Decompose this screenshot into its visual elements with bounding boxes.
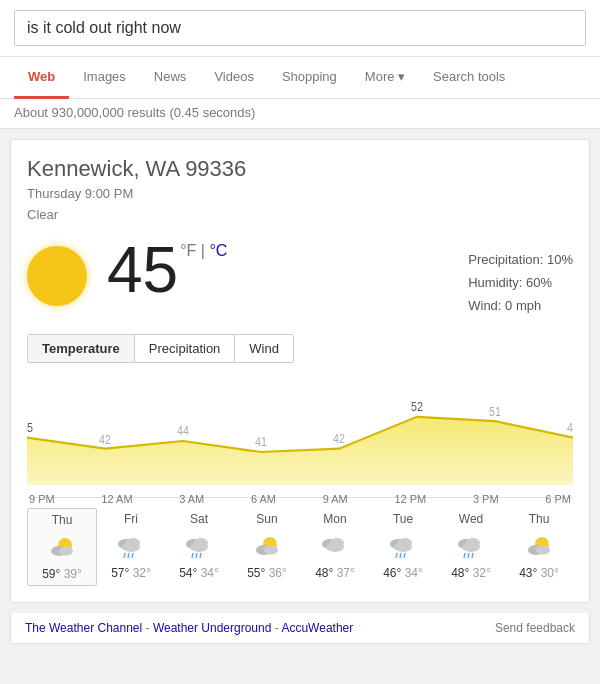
temp-block: 45 °F | °C [107,242,227,302]
forecast-day-6: Wed 48° 32° [437,508,505,586]
chart-label-6: 51 [489,405,501,418]
condition: Clear [27,207,58,222]
svg-line-26 [404,553,405,558]
location-datetime: Thursday 9:00 PM Clear [27,184,573,226]
weather-sources: The Weather Channel - Weather Undergroun… [25,621,353,635]
forecast-day-5: Tue 46° 34° [369,508,437,586]
results-count: About 930,000,000 results (0.45 seconds) [14,105,255,120]
daily-forecast: Thu 59° 39° Fri [27,497,573,586]
day-icon-0 [46,531,78,563]
chart-label-0: 45 [27,421,33,434]
svg-point-29 [462,542,480,552]
tab-more[interactable]: More ▾ [351,57,419,99]
svg-point-20 [326,542,344,552]
tab-wind[interactable]: Wind [235,335,293,362]
time-label-2: 3 AM [179,493,204,505]
svg-line-7 [128,553,129,558]
day-icon-7 [523,530,555,562]
results-info: About 930,000,000 results (0.45 seconds) [0,99,600,129]
source-accuweather[interactable]: AccuWeather [281,621,353,635]
footer-bar: The Weather Channel - Weather Undergroun… [10,613,590,644]
svg-line-12 [192,553,193,558]
svg-line-25 [400,553,401,558]
precipitation-detail: Precipitation: 10% [468,248,573,271]
search-input[interactable]: is it cold out right now [14,10,586,46]
day-label-7: Thu [507,512,571,526]
svg-point-11 [190,542,208,552]
forecast-day-3: Sun 55° 36° [233,508,301,586]
day-icon-2 [183,530,215,562]
search-query: is it cold out right now [27,19,181,37]
day-temps-5: 46° 34° [371,566,435,580]
temperature-chart: 45 42 44 41 42 52 51 45 9 PM 12 AM 3 AM … [27,375,573,485]
svg-point-5 [122,542,140,552]
time-labels: 9 PM 12 AM 3 AM 6 AM 9 AM 12 PM 3 PM 6 P… [27,493,573,505]
chart-label-4: 42 [333,432,345,445]
search-bar-container: is it cold out right now [0,0,600,57]
send-feedback[interactable]: Send feedback [495,621,575,635]
source-weather-channel[interactable]: The Weather Channel [25,621,142,635]
day-temps-6: 48° 32° [439,566,503,580]
time-label-6: 3 PM [473,493,499,505]
day-temps-1: 57° 32° [99,566,163,580]
forecast-day-0: Thu 59° 39° [27,508,97,586]
tab-shopping[interactable]: Shopping [268,57,351,99]
date-time: Thursday 9:00 PM [27,186,133,201]
tab-news[interactable]: News [140,57,201,99]
chart-label-1: 42 [99,433,111,446]
forecast-day-7: Thu 43° 30° [505,508,573,586]
day-icon-1 [115,530,147,562]
tab-temperature[interactable]: Temperature [28,335,135,362]
tab-search-tools[interactable]: Search tools [419,57,519,99]
day-icon-4 [319,530,351,562]
svg-point-35 [536,545,550,554]
nav-tabs: Web Images News Videos Shopping More ▾ S… [0,57,600,99]
chart-label-7: 45 [567,421,573,434]
tab-precipitation[interactable]: Precipitation [135,335,236,362]
time-label-1: 12 AM [101,493,132,505]
source-weather-underground[interactable]: Weather Underground [153,621,272,635]
time-label-3: 6 AM [251,493,276,505]
temperature: 45 [107,238,178,302]
day-label-6: Wed [439,512,503,526]
chart-label-5: 52 [411,400,423,413]
time-label-0: 9 PM [29,493,55,505]
day-icon-6 [455,530,487,562]
forecast-day-4: Mon 48° 37° [301,508,369,586]
forecast-day-2: Sat 54° 34° [165,508,233,586]
sun-icon [27,246,87,306]
day-temps-3: 55° 36° [235,566,299,580]
svg-line-30 [464,553,465,558]
day-label-2: Sat [167,512,231,526]
day-temps-0: 59° 39° [30,567,94,581]
day-label-5: Tue [371,512,435,526]
chart-label-3: 41 [255,436,267,449]
location-title: Kennewick, WA 99336 [27,156,573,182]
tab-web[interactable]: Web [14,57,69,99]
day-temps-7: 43° 30° [507,566,571,580]
weather-card: Kennewick, WA 99336 Thursday 9:00 PM Cle… [10,139,590,603]
chart-label-2: 44 [177,425,190,438]
humidity-detail: Humidity: 60% [468,271,573,294]
weather-type-tabs: Temperature Precipitation Wind [27,334,294,363]
temp-unit: °F | °C [180,242,227,260]
svg-point-2 [59,546,73,555]
svg-line-14 [200,553,201,558]
day-temps-2: 54° 34° [167,566,231,580]
unit-c-link[interactable]: °C [209,242,227,259]
wind-detail: Wind: 0 mph [468,294,573,317]
svg-line-6 [124,553,125,558]
svg-line-32 [472,553,473,558]
tab-images[interactable]: Images [69,57,140,99]
forecast-day-1: Fri 57° 32° [97,508,165,586]
time-label-7: 6 PM [545,493,571,505]
svg-point-23 [394,542,412,552]
time-label-5: 12 PM [394,493,426,505]
svg-line-13 [196,553,197,558]
weather-details: Precipitation: 10% Humidity: 60% Wind: 0… [468,242,573,318]
unit-f: °F [180,242,196,259]
day-icon-5 [387,530,419,562]
tab-videos[interactable]: Videos [200,57,268,99]
day-label-0: Thu [30,513,94,527]
svg-line-31 [468,553,469,558]
